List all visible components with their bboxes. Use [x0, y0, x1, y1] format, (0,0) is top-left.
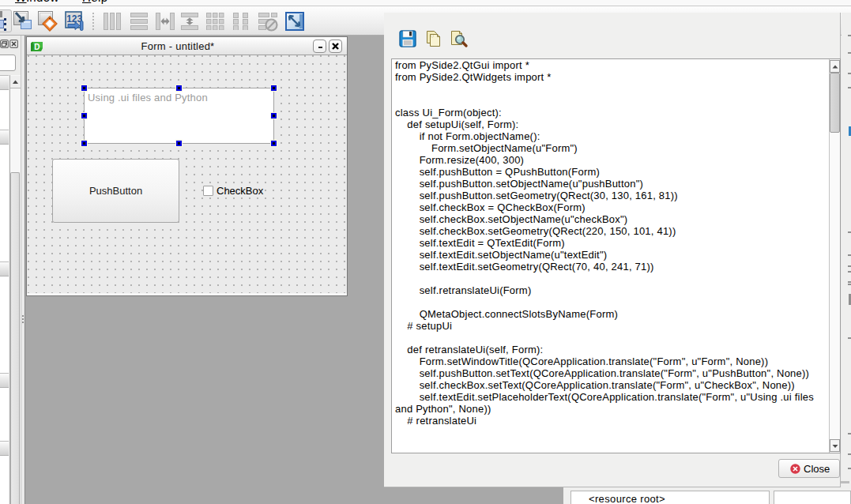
svg-text:D: D: [34, 43, 40, 51]
